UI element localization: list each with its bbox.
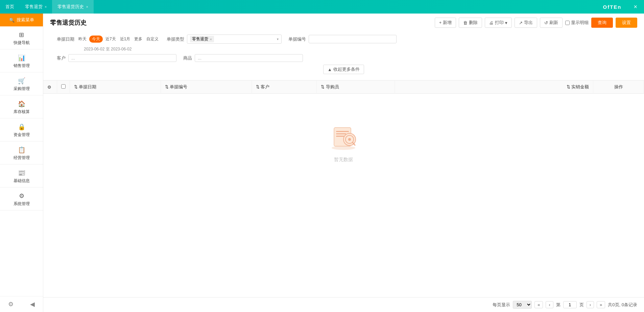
display-detail-input[interactable] xyxy=(565,21,570,25)
sidebar-item-finance[interactable]: 🔒 资金管理 xyxy=(0,118,43,141)
sidebar-item-purchase[interactable]: 🛒 采购管理 xyxy=(0,72,43,95)
query-button[interactable]: 查询 xyxy=(591,18,613,28)
sidebar-item-sales-label: 销售管理 xyxy=(14,63,30,69)
date-btn-custom[interactable]: 自定义 xyxy=(145,36,160,43)
th-checkbox[interactable] xyxy=(57,81,70,94)
sidebar-item-basic-info[interactable]: 📰 基础信息 xyxy=(0,164,43,187)
doc-type-tag: 零售退货 × xyxy=(190,36,214,42)
tab-retail-return[interactable]: 零售退货 × xyxy=(20,0,52,14)
goods-input[interactable]: ... xyxy=(195,54,303,62)
date-btn-yesterday[interactable]: 昨天 xyxy=(77,36,88,43)
sidebar-item-operations[interactable]: 📋 经营管理 xyxy=(0,141,43,164)
collapse-sidebar-icon[interactable]: ◀ xyxy=(30,300,35,308)
brand-label: OfTEn xyxy=(596,4,628,10)
th-doc-date[interactable]: ⇅ 单据日期 xyxy=(70,81,161,94)
tab-retail-return-close[interactable]: × xyxy=(45,5,47,9)
sidebar-item-operations-label: 经营管理 xyxy=(14,155,30,161)
sidebar-item-quick-nav[interactable]: ⊞ 快捷导航 xyxy=(0,26,43,49)
th-customer-label: 客户 xyxy=(261,84,269,89)
th-doc-no-label: 单据编号 xyxy=(170,84,187,89)
purchase-icon: 🛒 xyxy=(18,77,25,85)
export-button[interactable]: ↗ 导出 xyxy=(515,18,537,28)
basic-info-icon: 📰 xyxy=(18,169,25,177)
doc-type-tag-close[interactable]: × xyxy=(210,37,212,41)
page-label: 第 xyxy=(556,302,560,308)
refresh-button[interactable]: ↺ 刷新 xyxy=(540,18,563,28)
select-all-checkbox[interactable] xyxy=(61,84,66,89)
date-btn-today[interactable]: 今天 xyxy=(89,36,103,43)
tab-retail-return-history-label: 零售退货历史 xyxy=(57,4,84,10)
table-body: 暂无数据 xyxy=(43,94,644,190)
doc-no-label: 单据编号 xyxy=(288,36,306,42)
customer-input[interactable]: ... xyxy=(68,54,176,62)
doc-type-dropdown[interactable]: 零售退货 × ▾ xyxy=(187,35,282,44)
quick-nav-icon: ⊞ xyxy=(19,31,24,39)
operations-icon: 📋 xyxy=(18,146,25,154)
new-button[interactable]: + 新增 xyxy=(435,18,456,28)
sidebar-item-finance-label: 资金管理 xyxy=(14,132,30,138)
empty-text: 暂无数据 xyxy=(334,157,353,163)
empty-state: 暂无数据 xyxy=(43,94,644,190)
print-dropdown-icon: ▾ xyxy=(505,20,507,25)
date-btn-more[interactable]: 更多 xyxy=(133,36,144,43)
tab-retail-return-label: 零售退货 xyxy=(25,4,43,10)
sidebar-item-inventory[interactable]: 🏠 库存核算 xyxy=(0,95,43,118)
tab-retail-return-history[interactable]: 零售退货历史 × xyxy=(52,0,93,14)
date-filter-btns: 昨天 今天 近7天 近1月 更多 自定义 xyxy=(77,36,160,43)
table-container: ⚙ ⇅ 单据日期 ⇅ 单据编号 ⇅ xyxy=(43,81,644,297)
sidebar-bottom: ⚙ ◀ xyxy=(0,296,43,312)
th-settings[interactable]: ⚙ xyxy=(43,81,57,94)
date-btn-7days[interactable]: 近7天 xyxy=(104,36,117,43)
date-btn-1month[interactable]: 近1月 xyxy=(119,36,132,43)
last-page-btn[interactable]: » xyxy=(597,301,605,308)
finance-icon: 🔒 xyxy=(18,123,25,131)
sidebar-item-quick-nav-label: 快捷导航 xyxy=(14,40,30,46)
export-icon: ↗ xyxy=(519,20,523,25)
th-doc-no[interactable]: ⇅ 单据编号 xyxy=(161,81,252,94)
sidebar-item-system[interactable]: ⚙ 系统管理 xyxy=(0,187,43,210)
topbar: 首页 零售退货 × 零售退货历史 × OfTEn × xyxy=(0,0,644,14)
date-filter-group: 单据日期 昨天 今天 近7天 近1月 更多 自定义 xyxy=(57,36,160,43)
print-button[interactable]: 🖨 打印 ▾ xyxy=(485,18,512,28)
window-close-button[interactable]: × xyxy=(631,3,640,10)
tab-home[interactable]: 首页 xyxy=(0,0,20,14)
filter-area: 单据日期 昨天 今天 近7天 近1月 更多 自定义 单据类型 xyxy=(50,31,637,80)
sidebar-item-sales[interactable]: 📊 销售管理 xyxy=(0,49,43,72)
first-page-btn[interactable]: « xyxy=(534,301,543,308)
content-area: 零售退货历史 + 新增 🗑 删除 🖨 打印 ▾ ↗ 导出 xyxy=(43,14,644,312)
th-actions: 操作 xyxy=(593,81,644,94)
customer-filter-group: 客户 ... xyxy=(57,54,176,62)
prev-page-btn[interactable]: ‹ xyxy=(546,301,553,308)
goods-dots: ... xyxy=(198,55,201,61)
per-page-select[interactable]: 50 10 20 100 xyxy=(513,301,532,309)
page-input[interactable]: 1 xyxy=(563,301,577,308)
settings-bottom-icon[interactable]: ⚙ xyxy=(8,300,14,308)
delete-icon: 🗑 xyxy=(463,20,468,25)
doc-type-dropdown-arrow: ▾ xyxy=(277,37,279,41)
svg-point-8 xyxy=(348,138,351,141)
settings-button[interactable]: 设置 xyxy=(616,18,637,28)
next-page-btn[interactable]: › xyxy=(587,301,594,308)
date-range-display: 2023-06-02 至 2023-06-02 xyxy=(84,46,630,52)
sidebar-item-purchase-label: 采购管理 xyxy=(14,86,30,92)
tab-retail-return-history-close[interactable]: × xyxy=(86,5,88,9)
page-summary: 共0页, 0条记录 xyxy=(608,302,637,308)
doc-type-filter-group: 单据类型 零售退货 × ▾ xyxy=(167,35,282,44)
customer-dots: ... xyxy=(71,55,75,61)
doc-type-label: 单据类型 xyxy=(167,36,184,42)
th-amount[interactable]: ⇅ 实销金额 xyxy=(395,81,593,94)
sidebar-search-label: 搜索菜单 xyxy=(17,17,34,23)
goods-filter-group: 商品 ... xyxy=(183,54,303,62)
doc-no-input[interactable] xyxy=(309,35,397,43)
page-unit: 页 xyxy=(579,302,584,308)
th-customer[interactable]: ⇅ 客户 xyxy=(252,81,317,94)
collapse-filter-btn[interactable]: ▲ 收起更多条件 xyxy=(323,65,364,74)
display-detail-checkbox[interactable]: 显示明细 xyxy=(565,20,589,26)
delete-button[interactable]: 🗑 删除 xyxy=(459,18,482,28)
th-guide[interactable]: ⇅ 导购员 xyxy=(317,81,395,94)
sidebar-item-inventory-label: 库存核算 xyxy=(14,109,30,115)
refresh-icon: ↺ xyxy=(544,20,548,25)
data-table: ⚙ ⇅ 单据日期 ⇅ 单据编号 ⇅ xyxy=(43,81,644,190)
page-title-bar: 零售退货历史 + 新增 🗑 删除 🖨 打印 ▾ ↗ 导出 xyxy=(50,18,637,28)
sidebar-search[interactable]: 🔍 搜索菜单 xyxy=(0,14,43,26)
